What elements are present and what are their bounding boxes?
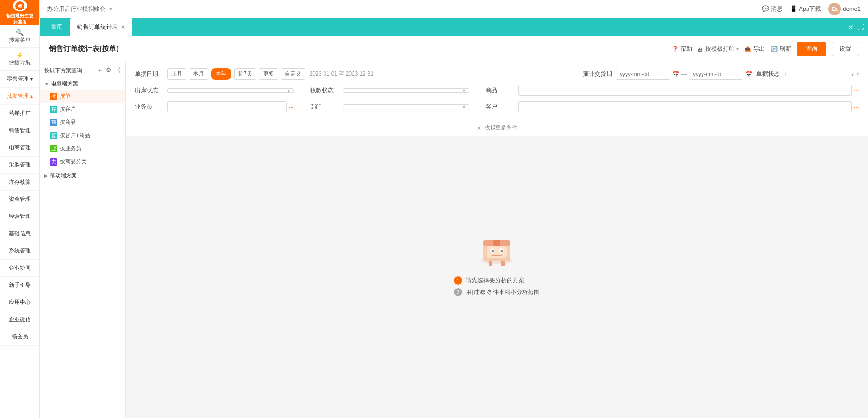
collapse-more-btn[interactable]: ∧ 收起更多条件 [126, 119, 868, 136]
date-btn-this-month[interactable]: 本月 [189, 68, 208, 80]
order-status-dropdown[interactable] [785, 72, 858, 76]
export-btn[interactable]: 📤 导出 [744, 45, 765, 53]
sidebar-item-wechat[interactable]: 企业微信 [0, 311, 39, 328]
svg-text:畅: 畅 [18, 4, 22, 9]
message-icon: 💬 [762, 5, 769, 12]
sidebar-item-marketing[interactable]: 营销推广 [0, 105, 39, 122]
plan-item-by-category[interactable]: 类 按商品分类 [40, 155, 125, 168]
sidebar-item-purchase[interactable]: 采购管理 [0, 157, 39, 174]
salesperson-label: 业务员 [135, 103, 160, 111]
sidebar-item-wholesale-label: 批发管理 [7, 92, 28, 100]
ship-status-dropdown[interactable] [167, 88, 294, 93]
date-btn-more[interactable]: 更多 [259, 68, 278, 80]
user-profile-btn[interactable]: Ea demo2 [828, 3, 861, 15]
plan-label-by-goods: 按商品 [60, 119, 76, 126]
date-btn-custom[interactable]: 自定义 [281, 68, 305, 80]
plan-item-by-goods[interactable]: 商 按商品 [40, 116, 125, 129]
mobile-group-title[interactable]: ▶ 移动端方案 [40, 170, 125, 181]
customer-more-icon[interactable]: ··· [854, 103, 859, 110]
plan-item-by-salesperson[interactable]: 业 按业务员 [40, 142, 125, 155]
sidebar-item-newbie[interactable]: 新手引导 [0, 277, 39, 294]
hint-num-1: 1 [454, 276, 462, 285]
sidebar-item-retail[interactable]: 零售管理 ▾ [0, 71, 39, 88]
svg-rect-5 [493, 240, 500, 246]
print-btn[interactable]: 🖨 按模板打印 ▾ [698, 45, 739, 53]
plan-item-by-order[interactable]: 按 按单 [40, 90, 125, 103]
main-layout: 按以下方案查询 ＋ ⚙ 《 ▼ 电脑端方案 按 按单 [40, 62, 868, 418]
plan-icon-by-customer-goods: 客 [50, 132, 57, 139]
sidebar-item-purchase-label: 采购管理 [9, 161, 31, 169]
sidebar-item-sales[interactable]: 销售管理 [0, 122, 39, 139]
chevron-down-icon: ▼ [44, 81, 49, 87]
pc-group-title[interactable]: ▼ 电脑端方案 [40, 78, 125, 90]
date-btn-this-year[interactable]: 本年 [211, 68, 231, 80]
sidebar-item-finance[interactable]: 资金管理 [0, 191, 39, 208]
date-btn-last7days[interactable]: 近7天 [234, 68, 256, 80]
svg-rect-12 [489, 261, 492, 266]
settings-button[interactable]: 设置 [832, 42, 859, 56]
payment-status-dropdown[interactable] [343, 88, 469, 93]
plan-item-by-customer[interactable]: 客 按客户 [40, 103, 125, 116]
sidebar-item-system[interactable]: 系统管理 [0, 242, 39, 260]
sidebar-item-inventory[interactable]: 库存核算 [0, 174, 39, 191]
date-btn-last-month[interactable]: 上月 [167, 68, 186, 80]
sidebar-item-wholesale[interactable]: 批发管理 ▴ [0, 88, 39, 105]
goods-input[interactable] [518, 85, 852, 96]
app-subtitle: 标准版 [13, 19, 27, 25]
order-status-label: 单据状态 [756, 70, 782, 78]
sidebar-item-sales-label: 销售管理 [9, 127, 31, 134]
sidebar-item-basic-label: 基础信息 [9, 230, 31, 238]
department-label: 部门 [310, 103, 335, 111]
message-btn[interactable]: 💬 消息 [762, 5, 783, 13]
tab-order-stats[interactable]: 销售订单统计表 ✕ [70, 18, 132, 36]
help-icon: ❓ [671, 46, 679, 52]
topbar-left: 办公用品行业模拟账套 ▾ [47, 5, 113, 13]
hint-text-2: 用[过滤]条件来缩小分析范围 [466, 288, 539, 296]
sidebar-item-appstore[interactable]: 应用中心 [0, 294, 39, 311]
department-dropdown[interactable] [343, 104, 469, 109]
sidebar-item-ecommerce[interactable]: 电商管理 [0, 139, 39, 157]
sidebar-item-enterprise[interactable]: 企业协同 [0, 260, 39, 277]
sidebar-search[interactable]: 🔍 搜索菜单 [0, 25, 39, 48]
calendar-icon-2[interactable]: 📅 [745, 71, 753, 78]
help-btn[interactable]: ❓ 帮助 [671, 45, 692, 53]
sidebar-item-basic[interactable]: 基础信息 [0, 225, 39, 242]
tab-home[interactable]: 首页 [43, 18, 70, 36]
collapse-panel-icon[interactable]: 《 [114, 66, 121, 75]
empty-hint-2: 2 用[过滤]条件来缩小分析范围 [454, 288, 539, 296]
delivery-date-start-input[interactable] [616, 69, 670, 80]
window-maximize-icon[interactable]: ⛶ [857, 23, 864, 31]
right-panel: 单据日期 上月 本月 本年 近7天 更多 自定义 2023-01-01 至 20… [126, 62, 868, 418]
empty-hints: 1 请先选择要分析的方案 2 用[过滤]条件来缩小分析范围 [454, 276, 539, 296]
settings-plan-icon[interactable]: ⚙ [106, 66, 112, 75]
salesperson-more-icon[interactable]: ··· [288, 103, 294, 110]
query-button[interactable]: 查询 [797, 42, 826, 56]
goods-label: 商品 [486, 86, 511, 95]
payment-status-label: 收款状态 [310, 86, 335, 95]
refresh-btn[interactable]: 🔄 刷新 [770, 45, 791, 53]
help-label: 帮助 [680, 45, 692, 53]
phone-icon: 📱 [790, 5, 797, 12]
delivery-date-group: 📅 — 📅 [616, 69, 753, 80]
delivery-date-end-input[interactable] [689, 69, 743, 80]
content: 销售订单统计表(按单) ❓ 帮助 🖨 按模板打印 ▾ 📤 导出 🔄 刷新 [40, 36, 868, 418]
add-plan-icon[interactable]: ＋ [97, 66, 103, 75]
customer-input[interactable] [518, 101, 852, 112]
left-panel-header-icons: ＋ ⚙ 《 [97, 66, 121, 75]
tab-close-icon[interactable]: ✕ [121, 24, 125, 30]
app-download-btn[interactable]: 📱 App下载 [790, 5, 821, 13]
calendar-icon[interactable]: 📅 [672, 71, 679, 78]
left-panel: 按以下方案查询 ＋ ⚙ 《 ▼ 电脑端方案 按 按单 [40, 62, 126, 418]
refresh-label: 刷新 [779, 45, 791, 53]
goods-more-icon[interactable]: ··· [854, 87, 859, 94]
plan-item-by-customer-goods[interactable]: 客 按客户+商品 [40, 129, 125, 142]
salesperson-input[interactable] [167, 101, 287, 112]
date-options-group: 上月 本月 本年 近7天 更多 自定义 2023-01-01 至 2023-12… [167, 68, 373, 80]
sidebar-item-operations[interactable]: 经营管理 [0, 208, 39, 225]
delivery-date-label: 预计交货期 [583, 70, 612, 78]
window-close-icon[interactable]: ✕ [848, 23, 854, 32]
sidebar-item-inventory-label: 库存核算 [9, 178, 31, 186]
sidebar-quicknav[interactable]: ⚡ 快捷导航 [0, 48, 39, 71]
topbar: 办公用品行业模拟账套 ▾ 💬 消息 📱 App下载 Ea demo2 [40, 0, 868, 18]
sidebar-item-member[interactable]: 畅会员 [0, 328, 39, 346]
